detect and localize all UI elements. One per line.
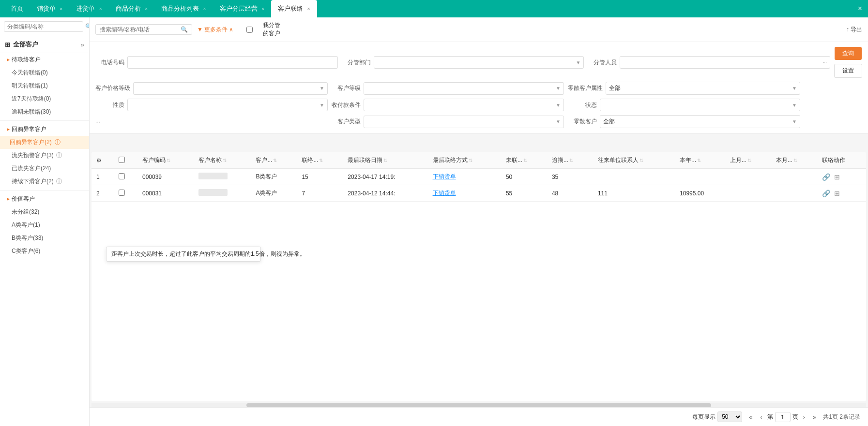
sidebar-group-title-2[interactable]: ▶ 价值客户 xyxy=(0,192,89,206)
col-header-5[interactable]: 联络...⇅ xyxy=(297,152,343,169)
sidebar-item-1-3[interactable]: 持续下滑客户(2) ⓘ xyxy=(0,175,89,188)
sort-icon[interactable]: ⇅ xyxy=(523,158,527,163)
col-header-6[interactable]: 最后联络日期⇅ xyxy=(343,152,427,169)
sort-icon[interactable]: ⇅ xyxy=(319,158,323,163)
col-header-2[interactable]: 客户编码⇅ xyxy=(137,152,194,169)
nature-select[interactable]: ▼ xyxy=(127,99,328,111)
col-header-13[interactable]: 本月...⇅ xyxy=(771,152,817,169)
grid-action-icon[interactable]: ⊞ xyxy=(834,190,840,197)
action-cell[interactable]: 🔗⊞ xyxy=(817,169,866,185)
link-action-icon[interactable]: 🔗 xyxy=(822,190,830,197)
sidebar-item-0-3[interactable]: 逾期未联络(30) xyxy=(0,105,89,118)
row-checkbox[interactable] xyxy=(119,190,125,196)
per-page-select[interactable]: 50 20 100 xyxy=(717,411,742,422)
nav-close-icon[interactable]: × xyxy=(307,6,310,12)
sort-icon[interactable]: ⇅ xyxy=(747,158,751,163)
grid-action-icon[interactable]: ⊞ xyxy=(834,173,840,181)
sidebar-item-0-0[interactable]: 今天待联络(0) xyxy=(0,66,89,79)
retail-attr-select[interactable]: 全部▼ xyxy=(606,82,800,95)
export-btn[interactable]: ↑ 导出 xyxy=(846,26,862,34)
query-btn[interactable]: 查询 xyxy=(835,47,862,60)
table-area[interactable]: ⚙客户编码⇅客户名称⇅客户...⇅联络...⇅最后联络日期⇅最后联络方式⇅未联.… xyxy=(91,152,866,401)
col-header-3[interactable]: 客户名称⇅ xyxy=(194,152,251,169)
customer-level-select[interactable]: ▼ xyxy=(364,82,564,95)
sort-icon[interactable]: ⇅ xyxy=(223,158,227,163)
sort-icon[interactable]: ⇅ xyxy=(469,158,472,163)
table-scroll-thumb[interactable] xyxy=(246,403,711,407)
sidebar-item-0-1[interactable]: 明天待联络(1) xyxy=(0,79,89,92)
payment-select[interactable]: ▼ xyxy=(364,99,564,111)
row-checkbox[interactable] xyxy=(119,173,125,179)
sidebar-item-2-3[interactable]: C类客户(6) xyxy=(0,245,89,258)
person-select[interactable]: ··· xyxy=(620,56,830,69)
col-header-10[interactable]: 往来单位联系人⇅ xyxy=(593,152,675,169)
sidebar-group-title-1[interactable]: ▶ 回购异常客户 xyxy=(0,123,89,136)
search-icon[interactable]: 🔍 xyxy=(181,26,188,33)
nav-item-商品分析[interactable]: 商品分析 × xyxy=(109,0,154,17)
sidebar-item-0-2[interactable]: 近7天待联络(0) xyxy=(0,92,89,105)
next-page-btn[interactable]: › xyxy=(800,412,808,422)
col-header-4[interactable]: 客户...⇅ xyxy=(251,152,297,169)
prev-page-btn[interactable]: ‹ xyxy=(757,412,765,422)
my-customers-input[interactable] xyxy=(238,27,261,33)
col-header-9[interactable]: 逾期...⇅ xyxy=(547,152,593,169)
phone-input[interactable] xyxy=(127,56,338,69)
nav-close-icon[interactable]: × xyxy=(203,6,206,12)
sort-icon[interactable]: ⇅ xyxy=(167,158,170,163)
sort-icon[interactable]: ⇅ xyxy=(793,158,797,163)
contact-method-link[interactable]: 下销货单 xyxy=(433,190,456,196)
dept-select[interactable]: ▼ xyxy=(374,56,584,69)
link-action-icon[interactable]: 🔗 xyxy=(822,173,830,181)
sidebar-search-icon[interactable]: 🔍 xyxy=(85,23,90,30)
customer-type-select[interactable]: ▼ xyxy=(364,116,564,128)
nav-close-icon[interactable]: × xyxy=(145,6,148,12)
select-all-checkbox[interactable] xyxy=(119,157,125,163)
sort-icon[interactable]: ⇅ xyxy=(569,158,573,163)
status-select[interactable]: ▼ xyxy=(600,99,800,111)
sort-icon[interactable]: ⇅ xyxy=(697,158,701,163)
sidebar-all-customers[interactable]: ⊞ 全部客户 » xyxy=(0,36,89,53)
nav-close-icon[interactable]: × xyxy=(60,6,62,12)
sort-icon[interactable]: ⇅ xyxy=(383,158,387,163)
last-contact-method[interactable]: 下销货单 xyxy=(428,169,501,185)
sidebar-item-2-1[interactable]: A类客户(1) xyxy=(0,219,89,232)
settings-icon[interactable]: ⚙ xyxy=(96,157,102,164)
nav-item-销货单[interactable]: 销货单 × xyxy=(30,0,69,17)
nav-close-all[interactable]: × xyxy=(858,4,862,13)
action-cell[interactable]: 🔗⊞ xyxy=(817,185,866,202)
nav-item-首页[interactable]: 首页 xyxy=(4,0,30,17)
col-header-8[interactable]: 未联...⇅ xyxy=(501,152,547,169)
row-check[interactable] xyxy=(114,185,137,202)
sidebar-search-input[interactable] xyxy=(4,21,83,32)
settings-btn[interactable]: 设置 xyxy=(834,64,862,78)
sort-icon[interactable]: ⇅ xyxy=(640,158,643,163)
sidebar-item-1-2[interactable]: 已流失客户(24) xyxy=(0,162,89,175)
sidebar-collapse-btn[interactable]: » xyxy=(81,41,84,48)
nav-item-商品分析列表[interactable]: 商品分析列表 × xyxy=(154,0,213,17)
sidebar-item-2-0[interactable]: 未分组(32) xyxy=(0,206,89,219)
first-page-btn[interactable]: « xyxy=(746,412,755,422)
last-page-btn[interactable]: » xyxy=(810,412,819,422)
sidebar-group-title-0[interactable]: ▶ 待联络客户 xyxy=(0,53,89,66)
page-input[interactable] xyxy=(775,412,791,422)
contact-method-link[interactable]: 下销货单 xyxy=(433,173,456,180)
nav-item-进货单[interactable]: 进货单 × xyxy=(69,0,108,17)
sort-icon[interactable]: ⇅ xyxy=(273,158,277,163)
sidebar-item-1-1[interactable]: 流失预警客户(3) ⓘ xyxy=(0,149,89,162)
sidebar-item-2-2[interactable]: B类客户(33) xyxy=(0,232,89,245)
row-check[interactable] xyxy=(114,169,137,185)
last-contact-method[interactable]: 下销货单 xyxy=(428,185,501,202)
col-header-11[interactable]: 本年...⇅ xyxy=(675,152,725,169)
nav-close-icon[interactable]: × xyxy=(261,6,264,12)
price-level-select[interactable]: ▼ xyxy=(133,82,328,95)
nav-close-icon[interactable]: × xyxy=(99,6,102,12)
more-conditions-btn[interactable]: ▼ 更多条件 ∧ xyxy=(197,26,233,34)
search-input[interactable] xyxy=(100,26,179,33)
retail-customer-select[interactable]: 全部▼ xyxy=(600,115,800,128)
my-customers-checkbox[interactable]: 我分管的客户 xyxy=(238,21,281,38)
col-header-7[interactable]: 最后联络方式⇅ xyxy=(428,152,501,169)
col-header-12[interactable]: 上月...⇅ xyxy=(725,152,771,169)
sidebar-item-1-0[interactable]: 回购异常客户(2) ⓘ xyxy=(0,136,89,149)
nav-item-客户联络[interactable]: 客户联络 × xyxy=(271,0,317,17)
nav-item-客户分层经营[interactable]: 客户分层经营 × xyxy=(213,0,271,17)
